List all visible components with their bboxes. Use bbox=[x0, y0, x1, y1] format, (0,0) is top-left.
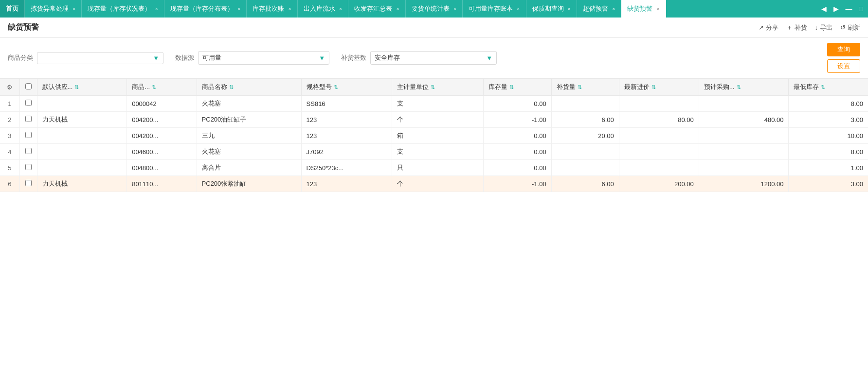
product-name-sort[interactable]: 商品名称 ⇅ bbox=[202, 83, 296, 91]
category-label: 商品分类 bbox=[8, 53, 33, 62]
replenish-qty-sort[interactable]: 补货量 ⇅ bbox=[557, 83, 614, 91]
replenish-base-filter-group: 补货基数 安全库存 ▼ bbox=[341, 51, 497, 65]
row-spec: 123 bbox=[301, 112, 392, 128]
tab-shortage-warning[interactable]: 缺货预警 × bbox=[621, 0, 666, 18]
th-product-name[interactable]: 商品名称 ⇅ bbox=[197, 79, 301, 96]
tab-collect-summary[interactable]: 收发存汇总表 × bbox=[348, 0, 405, 18]
row-checkbox[interactable] bbox=[25, 132, 32, 138]
tab-available-ledger[interactable]: 可用量库存账本 × bbox=[463, 0, 526, 18]
tab-inventory-dist-close[interactable]: × bbox=[237, 6, 240, 12]
stock-sort[interactable]: 库存量 ⇅ bbox=[488, 83, 546, 91]
refresh-button[interactable]: ↺ 刷新 bbox=[840, 23, 860, 32]
tab-demand-stats-close[interactable]: × bbox=[453, 6, 456, 12]
row-product-code: 004800... bbox=[127, 160, 197, 176]
row-min-stock: 3.00 bbox=[789, 112, 868, 128]
tab-next-button[interactable]: ▶ bbox=[831, 4, 842, 14]
row-spec: J7092 bbox=[301, 144, 392, 160]
row-checkbox-cell[interactable] bbox=[19, 112, 37, 128]
replenish-base-select[interactable]: 安全库存 ▼ bbox=[370, 51, 497, 65]
th-replenish-qty[interactable]: 补货量 ⇅ bbox=[551, 79, 619, 96]
row-product-code: 004200... bbox=[127, 112, 197, 128]
row-unit: 个 bbox=[392, 176, 484, 192]
tab-collect-summary-close[interactable]: × bbox=[396, 6, 399, 12]
tab-available-ledger-label: 可用量库存账本 bbox=[469, 4, 513, 13]
th-latest-price[interactable]: 最新进价 ⇅ bbox=[619, 79, 699, 96]
row-supplier: 力天机械 bbox=[37, 176, 127, 192]
row-checkbox-cell[interactable] bbox=[19, 96, 37, 112]
row-checkbox[interactable] bbox=[25, 100, 32, 106]
tab-inout-flow-close[interactable]: × bbox=[339, 6, 342, 12]
page-title: 缺货预警 bbox=[8, 22, 39, 33]
query-button[interactable]: 查询 bbox=[827, 43, 860, 56]
tab-shortage-warning-close[interactable]: × bbox=[656, 6, 659, 12]
row-unit: 支 bbox=[392, 96, 484, 112]
row-checkbox[interactable] bbox=[25, 116, 32, 122]
tab-expiry-query-close[interactable]: × bbox=[568, 6, 571, 12]
tab-abnormal[interactable]: 拣货异常处理 × bbox=[25, 0, 82, 18]
unit-sort[interactable]: 主计量单位 ⇅ bbox=[397, 83, 479, 91]
tab-home[interactable]: 首页 bbox=[0, 0, 25, 18]
spec-sort-icon: ⇅ bbox=[334, 84, 338, 90]
th-stock[interactable]: 库存量 ⇅ bbox=[484, 79, 551, 96]
gear-icon[interactable]: ⚙ bbox=[7, 84, 13, 91]
th-settings[interactable]: ⚙ bbox=[0, 79, 19, 96]
est-purchase-sort[interactable]: 预计采购... ⇅ bbox=[704, 83, 784, 91]
latest-price-sort[interactable]: 最新进价 ⇅ bbox=[624, 83, 694, 91]
tab-batch-account[interactable]: 库存批次账 × bbox=[247, 0, 297, 18]
tab-available-ledger-close[interactable]: × bbox=[517, 6, 520, 12]
tab-demand-stats[interactable]: 要货单统计表 × bbox=[406, 0, 463, 18]
th-product-code[interactable]: 商品... ⇅ bbox=[127, 79, 197, 96]
row-checkbox-cell[interactable] bbox=[19, 176, 37, 192]
datasource-select[interactable]: 可用量 ▼ bbox=[198, 51, 329, 65]
row-checkbox-cell[interactable] bbox=[19, 144, 37, 160]
th-checkbox bbox=[19, 79, 37, 96]
th-min-stock[interactable]: 最低库存 ⇅ bbox=[789, 79, 868, 96]
row-checkbox-cell[interactable] bbox=[19, 128, 37, 144]
category-select[interactable]: ▼ bbox=[37, 52, 163, 64]
share-button[interactable]: ↗ 分享 bbox=[759, 23, 778, 32]
row-checkbox-cell[interactable] bbox=[19, 160, 37, 176]
row-checkbox[interactable] bbox=[25, 164, 32, 170]
replenish-qty-sort-icon: ⇅ bbox=[578, 84, 582, 90]
row-checkbox[interactable] bbox=[25, 180, 32, 186]
tab-prev-button[interactable]: ◀ bbox=[818, 4, 830, 14]
row-supplier bbox=[37, 128, 127, 144]
tab-abnormal-label: 拣货异常处理 bbox=[31, 4, 69, 13]
tab-inout-flow[interactable]: 出入库流水 × bbox=[298, 0, 348, 18]
settings-button[interactable]: 设置 bbox=[827, 59, 860, 73]
filter-action-buttons: 查询 设置 bbox=[827, 43, 860, 73]
tab-shortage-warning-label: 缺货预警 bbox=[627, 4, 652, 13]
replenish-button[interactable]: ＋ 补货 bbox=[786, 23, 807, 32]
export-button[interactable]: ↓ 导出 bbox=[815, 23, 833, 32]
tab-minimize-button[interactable]: — bbox=[843, 4, 855, 14]
tab-batch-account-close[interactable]: × bbox=[288, 6, 291, 12]
supplier-sort[interactable]: 默认供应... ⇅ bbox=[42, 83, 122, 91]
row-number: 3 bbox=[0, 128, 19, 144]
tab-overstock-warning[interactable]: 超储预警 × bbox=[577, 0, 621, 18]
th-spec[interactable]: 规格型号 ⇅ bbox=[301, 79, 392, 96]
spec-sort[interactable]: 规格型号 ⇅ bbox=[307, 83, 387, 91]
tab-overstock-warning-close[interactable]: × bbox=[612, 6, 615, 12]
row-latest-price: 200.00 bbox=[619, 176, 699, 192]
tab-inventory-dist[interactable]: 现存量（库存分布表） × bbox=[164, 0, 247, 18]
tab-inout-flow-label: 出入库流水 bbox=[304, 4, 335, 13]
th-supplier[interactable]: 默认供应... ⇅ bbox=[37, 79, 127, 96]
row-est-purchase: 480.00 bbox=[699, 112, 789, 128]
tab-abnormal-close[interactable]: × bbox=[72, 6, 75, 12]
product-code-sort[interactable]: 商品... ⇅ bbox=[132, 83, 191, 91]
row-checkbox[interactable] bbox=[25, 148, 32, 154]
row-latest-price bbox=[619, 144, 699, 160]
tab-inventory-dist-label: 现存量（库存分布表） bbox=[170, 4, 234, 13]
tab-inventory-status[interactable]: 现存量（库存状况表） × bbox=[82, 0, 164, 18]
table-container: ⚙ 默认供应... ⇅ 商品... ⇅ bbox=[0, 78, 868, 192]
tab-expiry-query[interactable]: 保质期查询 × bbox=[526, 0, 577, 18]
tab-inventory-status-close[interactable]: × bbox=[155, 6, 158, 12]
category-filter-group: 商品分类 ▼ bbox=[8, 52, 163, 64]
tab-maximize-button[interactable]: □ bbox=[856, 4, 866, 14]
row-est-purchase bbox=[699, 144, 789, 160]
row-min-stock: 3.00 bbox=[789, 176, 868, 192]
min-stock-sort[interactable]: 最低库存 ⇅ bbox=[794, 83, 863, 91]
th-est-purchase[interactable]: 预计采购... ⇅ bbox=[699, 79, 789, 96]
select-all-checkbox[interactable] bbox=[25, 83, 32, 89]
th-unit[interactable]: 主计量单位 ⇅ bbox=[392, 79, 484, 96]
